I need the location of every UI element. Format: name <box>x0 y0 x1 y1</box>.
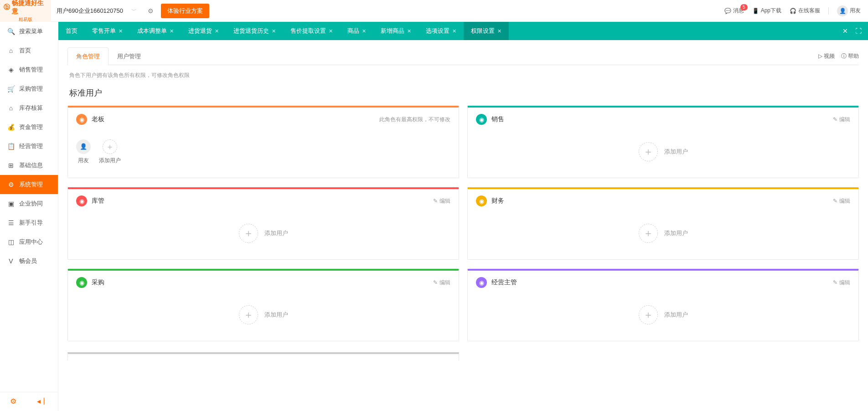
tab-8[interactable]: 选项设置✕ <box>418 22 464 40</box>
logo-icon: ⓑ <box>4 3 10 11</box>
industry-plan-button[interactable]: 体验行业方案 <box>161 4 209 18</box>
add-user-button[interactable]: ＋添加用户 <box>639 224 688 243</box>
close-icon[interactable]: ✕ <box>362 28 366 34</box>
sidebar-item-6[interactable]: 📋经营管理 <box>0 137 58 156</box>
add-user-button[interactable]: ＋添加用户 <box>239 224 288 243</box>
plus-icon: ＋ <box>639 305 658 324</box>
tab-1[interactable]: 零售开单✕ <box>85 22 130 40</box>
phone-icon: 📱 <box>752 8 759 14</box>
edit-button[interactable]: ✎编辑 <box>833 116 850 123</box>
sidebar-item-10[interactable]: ☰新手引导 <box>0 213 58 232</box>
role-name: 销售 <box>491 115 504 123</box>
add-user-button[interactable]: ＋添加用户 <box>99 139 121 164</box>
tab-4[interactable]: 进货退货历史✕ <box>226 22 283 40</box>
close-icon[interactable]: ✕ <box>452 28 456 34</box>
role-card-0: ◉老板此角色有最高权限，不可修改👤用友＋添加用户 <box>67 106 459 178</box>
close-icon[interactable]: ✕ <box>215 28 219 34</box>
role-name: 经营主管 <box>491 278 517 287</box>
sidebar-icon: ◈ <box>7 66 15 73</box>
tab-label: 商品 <box>347 27 359 35</box>
role-card-4: ◉采购✎编辑＋添加用户 <box>67 269 459 341</box>
add-user-label: 添加用户 <box>664 229 688 237</box>
tab-3[interactable]: 进货退货✕ <box>181 22 226 40</box>
close-icon[interactable]: ✕ <box>407 28 411 34</box>
role-card-partial <box>67 352 459 360</box>
role-icon: ◉ <box>76 195 87 206</box>
sidebar-item-4[interactable]: ⌂库存核算 <box>0 98 58 118</box>
role-card-1: ◉销售✎编辑＋添加用户 <box>467 106 859 178</box>
close-icon[interactable]: ✕ <box>272 28 276 34</box>
sidebar-item-9[interactable]: ▣企业协同 <box>0 194 58 213</box>
main-content: 角色管理用户管理 ▷视频 ⓘ帮助 角色下用户拥有该角色所有权限，可修改角色权限 … <box>58 40 868 411</box>
tab-2[interactable]: 成本调整单✕ <box>130 22 181 40</box>
plus-icon: ＋ <box>639 224 658 243</box>
sidebar-item-12[interactable]: V畅会员 <box>0 252 58 271</box>
sidebar-item-11[interactable]: ◫应用中心 <box>0 232 58 252</box>
subtab-1[interactable]: 用户管理 <box>108 47 150 65</box>
tab-label: 新增商品 <box>381 27 404 35</box>
sidebar-label: 应用中心 <box>19 238 43 246</box>
role-name: 财务 <box>491 197 504 205</box>
avatar-icon: 👤 <box>76 139 91 154</box>
sidebar-item-8[interactable]: ⚙系统管理 <box>0 175 58 194</box>
sidebar-icon: 🛒 <box>7 85 15 92</box>
edit-button[interactable]: ✎编辑 <box>433 279 450 287</box>
messages-button[interactable]: 💬 消息 5 <box>724 7 744 15</box>
plus-icon: ＋ <box>639 142 658 161</box>
chevron-down-icon[interactable]: ﹀ <box>128 7 140 15</box>
tab-5[interactable]: 售价提取设置✕ <box>283 22 340 40</box>
customer-service-button[interactable]: 🎧 在线客服 <box>790 7 820 15</box>
sidebar-label: 企业协同 <box>19 200 43 208</box>
edit-icon: ✎ <box>833 116 837 123</box>
edit-button[interactable]: ✎编辑 <box>833 197 850 205</box>
sidebar-icon: 💰 <box>7 123 15 131</box>
tab-label: 进货退货历史 <box>233 27 269 35</box>
tab-6[interactable]: 商品✕ <box>340 22 373 40</box>
close-icon[interactable]: ✕ <box>170 28 174 34</box>
close-icon[interactable]: ✕ <box>329 28 333 34</box>
gear-icon[interactable]: ⚙ <box>145 7 156 15</box>
close-icon[interactable]: ✕ <box>497 28 501 34</box>
help-link[interactable]: ⓘ帮助 <box>841 52 859 60</box>
collapse-icon[interactable]: ◂丨 <box>37 397 48 406</box>
expand-icon[interactable]: ⛶ <box>853 26 863 36</box>
sidebar-item-1[interactable]: ⌂首页 <box>0 41 58 60</box>
sidebar-item-3[interactable]: 🛒采购管理 <box>0 79 58 98</box>
user-menu[interactable]: 👤 用友 <box>837 5 861 16</box>
sidebar-item-0[interactable]: 🔍搜索菜单 <box>0 22 58 41</box>
section-title: 标准用户 <box>67 87 859 98</box>
sidebar-label: 首页 <box>19 46 31 55</box>
add-user-button[interactable]: ＋添加用户 <box>639 305 688 324</box>
subtab-0[interactable]: 角色管理 <box>67 47 108 65</box>
sidebar: 🔍搜索菜单⌂首页◈销售管理🛒采购管理⌂库存核算💰资金管理📋经营管理⊞基础信息⚙系… <box>0 22 58 411</box>
description-text: 角色下用户拥有该角色所有权限，可修改角色权限 <box>67 72 859 79</box>
edit-label: 编辑 <box>439 197 450 205</box>
edit-button[interactable]: ✎编辑 <box>433 197 450 205</box>
sidebar-item-7[interactable]: ⊞基础信息 <box>0 156 58 175</box>
app-download-label: App下载 <box>761 7 781 15</box>
sidebar-item-5[interactable]: 💰资金管理 <box>0 118 58 137</box>
add-user-label: 添加用户 <box>664 148 688 156</box>
tab-7[interactable]: 新增商品✕ <box>373 22 418 40</box>
subtab-bar: 角色管理用户管理 ▷视频 ⓘ帮助 <box>67 47 859 65</box>
add-user-button[interactable]: ＋添加用户 <box>239 305 288 324</box>
logo[interactable]: ⓑ畅捷通好生意 精易版 <box>0 0 51 22</box>
close-all-tabs-icon[interactable]: ✕ <box>841 26 850 36</box>
edit-button[interactable]: ✎编辑 <box>833 279 850 287</box>
sidebar-icon: 🔍 <box>7 28 15 35</box>
settings-icon[interactable]: ⚙ <box>10 397 16 406</box>
user-item[interactable]: 👤用友 <box>76 139 91 164</box>
close-icon[interactable]: ✕ <box>119 28 123 34</box>
tab-label: 权限设置 <box>471 27 495 35</box>
add-user-button[interactable]: ＋添加用户 <box>639 142 688 161</box>
video-link[interactable]: ▷视频 <box>818 52 835 60</box>
add-user-label: 添加用户 <box>264 311 288 319</box>
app-download-button[interactable]: 📱 App下载 <box>752 7 781 15</box>
tab-9[interactable]: 权限设置✕ <box>464 22 509 40</box>
add-user-label: 添加用户 <box>264 229 288 237</box>
tab-label: 零售开单 <box>92 27 116 35</box>
tab-0[interactable]: 首页 <box>58 22 85 40</box>
sidebar-item-2[interactable]: ◈销售管理 <box>0 60 58 79</box>
sidebar-icon: ⚙ <box>7 181 15 188</box>
plus-icon: ＋ <box>239 305 258 324</box>
